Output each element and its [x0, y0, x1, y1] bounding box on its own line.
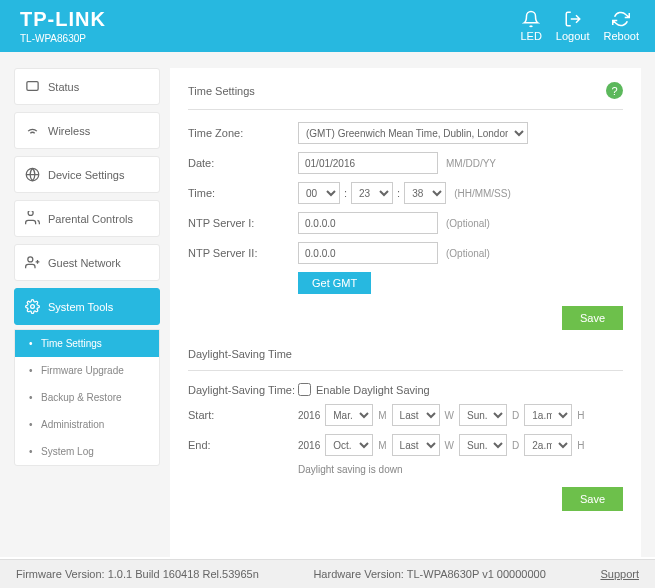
subnav-admin[interactable]: Administration: [15, 411, 159, 438]
ntp1-input[interactable]: [298, 212, 438, 234]
logout-button[interactable]: Logout: [556, 10, 590, 42]
dst-title: Daylight-Saving Time: [188, 348, 623, 360]
divider: [188, 109, 623, 110]
logout-icon: [564, 10, 582, 28]
save-dst-button[interactable]: Save: [562, 487, 623, 511]
gear-icon: [25, 299, 40, 314]
ntp1-hint: (Optional): [446, 218, 490, 229]
svg-rect-0: [27, 82, 38, 91]
sidebar-item-wireless[interactable]: Wireless: [14, 112, 160, 149]
model-text: TL-WPA8630P: [20, 33, 106, 44]
time-label: Time:: [188, 187, 298, 199]
help-icon[interactable]: ?: [606, 82, 623, 99]
end-day-select[interactable]: Sun.: [459, 434, 507, 456]
subnav-firmware[interactable]: Firmware Upgrade: [15, 357, 159, 384]
end-hour-select[interactable]: 2a.m.: [524, 434, 572, 456]
sidebar-item-parental[interactable]: Parental Controls: [14, 200, 160, 237]
dst-note: Daylight saving is down: [298, 464, 623, 475]
footer: Firmware Version: 1.0.1 Build 160418 Rel…: [0, 559, 655, 588]
end-year: 2016: [298, 440, 320, 451]
date-input[interactable]: [298, 152, 438, 174]
ntp2-label: NTP Server II:: [188, 247, 298, 259]
dst-enable-label: Daylight-Saving Time:: [188, 384, 298, 396]
reboot-icon: [612, 10, 630, 28]
subnav-backup[interactable]: Backup & Restore: [15, 384, 159, 411]
save-time-button[interactable]: Save: [562, 306, 623, 330]
dst-start-label: Start:: [188, 409, 298, 421]
get-gmt-button[interactable]: Get GMT: [298, 272, 371, 294]
start-day-select[interactable]: Sun.: [459, 404, 507, 426]
time-hint: (HH/MM/SS): [454, 188, 511, 199]
date-label: Date:: [188, 157, 298, 169]
globe-icon: [25, 167, 40, 182]
ntp1-label: NTP Server I:: [188, 217, 298, 229]
subnav: Time Settings Firmware Upgrade Backup & …: [14, 329, 160, 466]
guest-icon: [25, 255, 40, 270]
divider: [188, 370, 623, 371]
date-hint: MM/DD/YY: [446, 158, 496, 169]
led-button[interactable]: LED: [520, 10, 541, 42]
sidebar: Status Wireless Device Settings Parental…: [0, 52, 160, 557]
bell-icon: [522, 10, 540, 28]
reboot-button[interactable]: Reboot: [604, 10, 639, 42]
end-week-select[interactable]: Last: [392, 434, 440, 456]
firmware-version: Firmware Version: 1.0.1 Build 160418 Rel…: [16, 568, 259, 580]
ntp2-hint: (Optional): [446, 248, 490, 259]
header-actions: LED Logout Reboot: [520, 10, 639, 42]
start-year: 2016: [298, 410, 320, 421]
wireless-icon: [25, 123, 40, 138]
support-link[interactable]: Support: [600, 568, 639, 580]
start-month-select[interactable]: Mar.: [325, 404, 373, 426]
end-month-select[interactable]: Oct.: [325, 434, 373, 456]
dst-end-label: End:: [188, 439, 298, 451]
main-panel: Time Settings ? Time Zone: (GMT) Greenwi…: [170, 68, 641, 557]
time-settings-title: Time Settings ?: [188, 82, 623, 99]
logo: TP-LINK TL-WPA8630P: [20, 8, 106, 44]
ntp2-input[interactable]: [298, 242, 438, 264]
timezone-label: Time Zone:: [188, 127, 298, 139]
subnav-syslog[interactable]: System Log: [15, 438, 159, 465]
timezone-select[interactable]: (GMT) Greenwich Mean Time, Dublin, Londo…: [298, 122, 528, 144]
app-header: TP-LINK TL-WPA8630P LED Logout Reboot: [0, 0, 655, 52]
users-icon: [25, 211, 40, 226]
dst-checkbox-label: Enable Daylight Saving: [316, 384, 430, 396]
start-hour-select[interactable]: 1a.m.: [524, 404, 572, 426]
start-week-select[interactable]: Last: [392, 404, 440, 426]
second-select[interactable]: 38: [404, 182, 446, 204]
subnav-time[interactable]: Time Settings: [15, 330, 159, 357]
minute-select[interactable]: 23: [351, 182, 393, 204]
hour-select[interactable]: 00: [298, 182, 340, 204]
content-area: Status Wireless Device Settings Parental…: [0, 52, 655, 557]
hardware-version: Hardware Version: TL-WPA8630P v1 0000000…: [313, 568, 545, 580]
svg-point-2: [31, 305, 35, 309]
brand-text: TP-LINK: [20, 8, 106, 31]
status-icon: [25, 79, 40, 94]
sidebar-item-system[interactable]: System Tools: [14, 288, 160, 325]
sidebar-item-status[interactable]: Status: [14, 68, 160, 105]
sidebar-item-device[interactable]: Device Settings: [14, 156, 160, 193]
sidebar-item-guest[interactable]: Guest Network: [14, 244, 160, 281]
dst-checkbox[interactable]: [298, 383, 311, 396]
